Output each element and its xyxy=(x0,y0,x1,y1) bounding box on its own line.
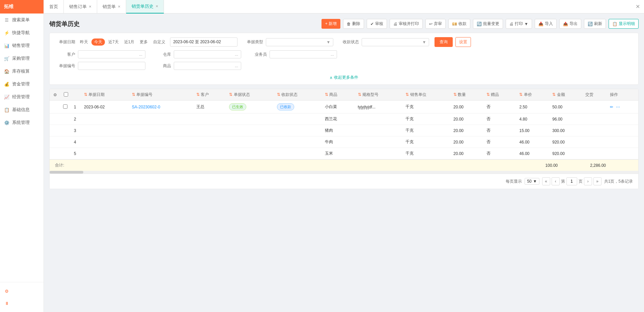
cell-doc-no[interactable]: SA-20230602-0 xyxy=(129,101,194,113)
cell-quantity: 20.00 xyxy=(451,125,484,136)
sidebar-item-system[interactable]: ⚙️ 系统管理 xyxy=(0,116,44,129)
sidebar-item-purchase-mgmt[interactable]: 🛒 采购管理 xyxy=(0,52,44,65)
first-page-button[interactable]: « xyxy=(542,177,550,185)
col-gift[interactable]: ⇅ 赠品 xyxy=(484,89,517,101)
col-customer[interactable]: ⇅ 客户 xyxy=(194,89,227,101)
sidebar-item-basic-info[interactable]: 📋 基础信息 xyxy=(0,103,44,116)
col-spec[interactable]: ⇅ 规格型号 xyxy=(355,89,403,101)
collect-button[interactable]: 💴 收款 xyxy=(448,19,470,29)
docno-field[interactable] xyxy=(81,63,142,68)
salesperson-field[interactable] xyxy=(273,52,329,57)
cell-doc-no[interactable] xyxy=(129,148,194,159)
collapse-filter-button[interactable]: ∧ 收起更多条件 xyxy=(55,73,633,80)
cell-doc-no[interactable] xyxy=(129,125,194,136)
date-range-input[interactable]: 2023-06-02 至 2023-06-02 xyxy=(170,37,237,47)
date-btn-custom[interactable]: 自定义 xyxy=(151,38,167,46)
col-doc-no[interactable]: ⇅ 单据编号 xyxy=(129,89,194,101)
prev-page-button[interactable]: ‹ xyxy=(552,177,560,185)
page-number-input[interactable] xyxy=(566,177,577,185)
query-button[interactable]: 查询 xyxy=(435,37,453,47)
customer-field[interactable] xyxy=(81,52,138,57)
edit-action[interactable]: ✏ xyxy=(610,105,613,109)
select-all-checkbox[interactable] xyxy=(64,92,68,97)
cell-rownum: 5 xyxy=(71,148,81,159)
goods-input[interactable]: ... xyxy=(174,62,241,70)
col-settings[interactable]: ⚙ xyxy=(50,89,60,101)
date-btn-today[interactable]: 今天 xyxy=(91,38,105,46)
sidebar-item-search-menu[interactable]: ☰ 搜索菜单 xyxy=(0,14,44,26)
goods-more-icon[interactable]: ... xyxy=(235,63,238,68)
tab-home[interactable]: 首页 xyxy=(44,0,64,14)
cell-doc-no[interactable] xyxy=(129,136,194,148)
delete-button[interactable]: 🗑 删除 xyxy=(343,19,364,29)
col-payment-status[interactable]: ⇅ 收款状态 xyxy=(274,89,322,101)
cell-rownum: 1 xyxy=(71,101,81,113)
pagination: 每页显示 50 ▼ « ‹ 第 页 › » 共1页，5条记录 xyxy=(50,174,638,189)
payment-select[interactable]: ▼ xyxy=(362,38,429,46)
table-row: 3 猪肉 千克 20.00 否 15.00 300.00 xyxy=(50,125,638,136)
col-quantity[interactable]: ⇅ 数量 xyxy=(451,89,484,101)
salesperson-more-icon[interactable]: ... xyxy=(331,52,334,57)
close-all-tabs-button[interactable]: ✕ xyxy=(632,3,644,10)
date-btn-7days[interactable]: 近7天 xyxy=(106,38,121,46)
tab-sales-goods-close[interactable]: ✕ xyxy=(118,5,120,8)
doctype-select[interactable]: ▼ xyxy=(266,38,333,46)
show-details-button[interactable]: 📋 显示明细 xyxy=(609,19,639,29)
goods-field[interactable] xyxy=(177,63,233,68)
customer-input[interactable]: ... xyxy=(78,50,145,58)
sidebar-item-inventory[interactable]: 🏠 库存核算 xyxy=(0,65,44,78)
tab-sales-order-close[interactable]: ✕ xyxy=(89,5,91,8)
cell-sales-unit: 千克 xyxy=(403,148,451,159)
sidebar-item-operations[interactable]: 📈 经营管理 xyxy=(0,90,44,103)
salesperson-input[interactable]: ... xyxy=(270,50,337,58)
horizontal-scrollbar[interactable] xyxy=(50,171,638,174)
scroll-thumb[interactable] xyxy=(50,171,83,174)
sidebar-settings-btn[interactable]: ⚙ xyxy=(0,285,44,297)
per-page-select[interactable]: 50 ▼ xyxy=(525,178,539,185)
customer-more-icon[interactable]: ... xyxy=(139,52,142,57)
settings-filter-button[interactable]: 设置 xyxy=(455,37,471,47)
tab-sales-order[interactable]: 销售订单 ✕ xyxy=(64,0,97,14)
audit-button[interactable]: ✔ 审核 xyxy=(367,19,387,29)
table-footer: 合计: 100.00 2,286.00 xyxy=(50,159,638,171)
warehouse-field[interactable] xyxy=(177,52,233,57)
col-unit-price[interactable]: ⇅ 单价 xyxy=(516,89,550,101)
more-action[interactable]: ⋯ xyxy=(616,105,620,109)
date-btn-more[interactable]: 更多 xyxy=(138,38,150,46)
col-sales-unit[interactable]: ⇅ 销售单位 xyxy=(403,89,451,101)
sidebar-item-quick-nav[interactable]: ⚡ 快捷导航 xyxy=(0,26,44,39)
docno-input[interactable] xyxy=(78,62,145,70)
export-button[interactable]: 📤 导出 xyxy=(559,19,581,29)
tab-sales-history[interactable]: 销货单历史 ✕ xyxy=(126,0,164,14)
col-amount[interactable]: ⇅ 金额 xyxy=(550,89,583,101)
tab-sales-history-close[interactable]: ✕ xyxy=(156,4,158,8)
sidebar-pause-btn[interactable]: ⏸ xyxy=(0,297,44,309)
date-btn-yesterday[interactable]: 昨天 xyxy=(78,38,90,46)
audit-print-button[interactable]: 🖨 审核并打印 xyxy=(390,19,423,29)
date-btn-1month[interactable]: 近1月 xyxy=(122,38,137,46)
abandon-button[interactable]: ↩ 弃审 xyxy=(425,19,446,29)
warehouse-more-icon[interactable]: ... xyxy=(235,52,238,57)
cell-doc-no[interactable] xyxy=(129,113,194,125)
col-doc-status[interactable]: ⇅ 单据状态 xyxy=(226,89,274,101)
batch-change-button[interactable]: 🔄 批量变更 xyxy=(473,19,503,29)
refresh-button[interactable]: 🔃 刷新 xyxy=(584,19,606,29)
warehouse-input[interactable]: ... xyxy=(174,50,241,58)
sidebar-item-sales-mgmt[interactable]: 📊 销售管理 xyxy=(0,39,44,52)
next-page-button[interactable]: › xyxy=(584,177,592,185)
last-page-button[interactable]: » xyxy=(593,177,601,185)
customer-label: 客户 xyxy=(55,52,75,57)
cell-spec xyxy=(355,113,403,125)
col-doc-date[interactable]: ⇅ 单据日期 xyxy=(81,89,129,101)
row-checkbox[interactable] xyxy=(63,104,67,109)
col-goods[interactable]: ⇅ 商品 xyxy=(322,89,355,101)
doc-no-link[interactable]: SA-20230602-0 xyxy=(132,105,160,109)
cell-doc-status xyxy=(226,125,274,136)
print-button[interactable]: 🖨 打印 ▼ xyxy=(506,19,532,29)
new-button[interactable]: + 新增 xyxy=(321,19,340,29)
sidebar-item-finance[interactable]: 💰 资金管理 xyxy=(0,78,44,90)
tab-sales-goods[interactable]: 销货单 ✕ xyxy=(97,0,126,14)
filter-payment-group: 收款状态 ▼ xyxy=(339,38,429,46)
doc-status-badge: 已生效 xyxy=(229,103,246,110)
import-button[interactable]: 📥 导入 xyxy=(535,19,557,29)
